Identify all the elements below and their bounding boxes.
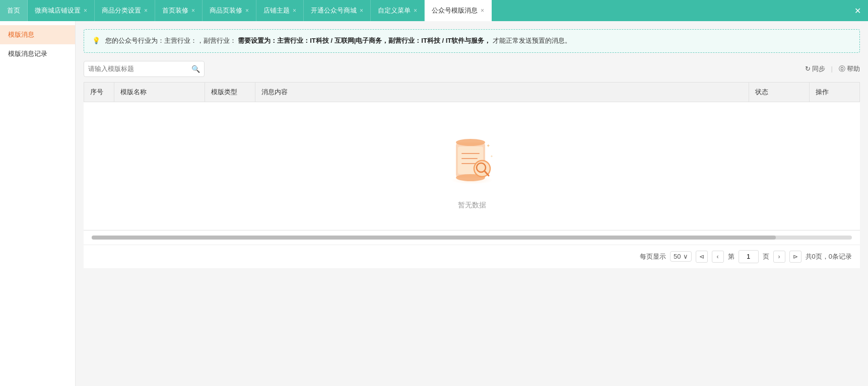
- sidebar-item-1[interactable]: 模版消息记录: [0, 44, 75, 63]
- nav-tab-4[interactable]: 商品页装修 ×: [203, 0, 256, 21]
- nav-tab-3[interactable]: 首页装修 ×: [155, 0, 203, 21]
- empty-illustration: ✦ ✦: [442, 132, 502, 193]
- bulb-icon: 💡: [92, 37, 100, 44]
- current-page-input[interactable]: [739, 250, 759, 263]
- nav-tab-close-2[interactable]: ×: [144, 7, 148, 14]
- table-header-5: 操作: [810, 82, 860, 102]
- nav-tab-5[interactable]: 店铺主题 ×: [256, 0, 304, 21]
- table-header-4: 状态: [749, 82, 810, 102]
- page-label-after: 页: [763, 252, 769, 261]
- info-text-after: 才能正常发送预置的消息。: [493, 37, 571, 44]
- last-page-button[interactable]: ⊳: [789, 251, 802, 263]
- table-wrap: 序号模版名称模版类型消息内容状态操作: [84, 82, 860, 245]
- page-size-value: 50: [674, 253, 681, 260]
- top-nav: 首页微商城店铺设置 ×商品分类设置 ×首页装修 ×商品页装修 ×店铺主题 ×开通…: [0, 0, 868, 21]
- page-size-label: 每页显示: [640, 252, 666, 261]
- empty-text: 暂无数据: [458, 201, 486, 210]
- nav-tab-close-7[interactable]: ×: [414, 7, 417, 14]
- sync-button[interactable]: ↻ 同步: [805, 64, 825, 73]
- nav-tab-8[interactable]: 公众号模版消息 ×: [425, 0, 492, 21]
- table-header-1: 模版名称: [114, 82, 205, 102]
- help-button[interactable]: ⓪ 帮助: [839, 64, 860, 73]
- nav-tab-close-5[interactable]: ×: [293, 7, 296, 14]
- empty-state: ✦ ✦ 暂无数据: [84, 102, 860, 230]
- nav-tab-close-4[interactable]: ×: [245, 7, 249, 14]
- toolbar-right: ↻ 同步 | ⓪ 帮助: [805, 64, 860, 73]
- sidebar-item-0[interactable]: 模版消息: [0, 25, 75, 44]
- table-header-2: 模版类型: [205, 82, 255, 102]
- info-text-before: 您的公众号行业为：主营行业：，副营行业：: [105, 37, 236, 44]
- info-highlight: 需要设置为：主营行业：IT科技 / 互联网|电子商务，副营行业：IT科技 / I…: [238, 37, 491, 44]
- search-input-wrap[interactable]: 🔍: [84, 61, 205, 77]
- sidebar: 模版消息模版消息记录: [0, 21, 76, 386]
- nav-tab-close-3[interactable]: ×: [191, 7, 195, 14]
- scrollbar-area[interactable]: [84, 230, 860, 245]
- pagination: 每页显示 50 ∨ ⊲ ‹ 第 页 › ⊳ 共0页，0条记录: [84, 245, 860, 268]
- data-table: 序号模版名称模版类型消息内容状态操作: [84, 82, 860, 102]
- svg-point-3: [456, 139, 485, 146]
- page-label-before: 第: [728, 252, 735, 261]
- next-page-button[interactable]: ›: [773, 251, 785, 263]
- main-layout: 模版消息模版消息记录 💡 您的公众号行业为：主营行业：，副营行业： 需要设置为：…: [0, 21, 868, 386]
- info-banner: 💡 您的公众号行业为：主营行业：，副营行业： 需要设置为：主营行业：IT科技 /…: [84, 29, 860, 53]
- nav-tab-close-1[interactable]: ×: [84, 7, 87, 14]
- sync-label: 同步: [812, 64, 825, 73]
- nav-tab-2[interactable]: 商品分类设置 ×: [95, 0, 155, 21]
- search-input[interactable]: [88, 65, 191, 72]
- page-size-dropdown-icon: ∨: [683, 253, 688, 260]
- horizontal-scrollbar[interactable]: [92, 236, 852, 240]
- content-area: 💡 您的公众号行业为：主营行业：，副营行业： 需要设置为：主营行业：IT科技 /…: [76, 21, 868, 386]
- search-bar: 🔍 ↻ 同步 | ⓪ 帮助: [84, 61, 860, 77]
- nav-tab-7[interactable]: 自定义菜单 ×: [371, 0, 425, 21]
- close-all-button[interactable]: ✕: [847, 6, 868, 16]
- help-icon: ⓪: [839, 64, 845, 73]
- help-label: 帮助: [847, 64, 860, 73]
- sync-icon: ↻: [805, 65, 811, 72]
- nav-tab-close-8[interactable]: ×: [481, 7, 484, 14]
- svg-text:✦: ✦: [486, 143, 490, 148]
- nav-tab-1[interactable]: 微商城店铺设置 ×: [28, 0, 95, 21]
- svg-text:✦: ✦: [490, 155, 493, 158]
- prev-page-button[interactable]: ‹: [712, 251, 724, 263]
- page-size-select[interactable]: 50 ∨: [670, 251, 691, 262]
- first-page-button[interactable]: ⊲: [696, 251, 708, 263]
- table-header-0: 序号: [84, 82, 114, 102]
- nav-tab-6[interactable]: 开通公众号商城 ×: [304, 0, 371, 21]
- toolbar-divider: |: [831, 65, 833, 72]
- table-header-3: 消息内容: [255, 82, 749, 102]
- pagination-summary: 共0页，0条记录: [806, 252, 852, 261]
- nav-tab-0[interactable]: 首页: [0, 0, 28, 21]
- search-icon[interactable]: 🔍: [191, 65, 200, 73]
- nav-tab-close-6[interactable]: ×: [360, 7, 363, 14]
